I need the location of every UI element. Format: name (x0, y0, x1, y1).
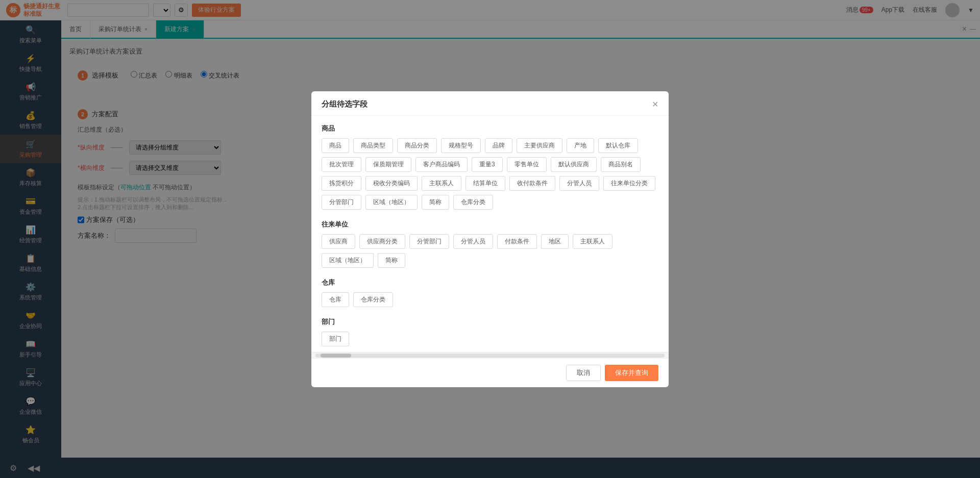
field-tag-product-7[interactable]: 默认仓库 (598, 138, 638, 153)
field-tag-product-10[interactable]: 客户商品编码 (415, 157, 468, 172)
field-tag-product-1[interactable]: 商品类型 (353, 138, 393, 153)
modal-body[interactable]: 商品 商品 商品类型 商品分类 规格型号 品牌 主要供应商 产地 默认仓库 批次… (311, 116, 669, 266)
field-tag-product-19[interactable]: 收付款条件 (509, 176, 555, 191)
field-tag-product-14[interactable]: 商品别名 (601, 157, 641, 172)
field-tag-product-12[interactable]: 零售单位 (507, 157, 547, 172)
modal-title: 分组待选字段 (322, 99, 368, 109)
field-tag-product-16[interactable]: 税收分类编码 (365, 176, 418, 191)
field-tag-product-20[interactable]: 分管人员 (559, 176, 599, 191)
modal-close-button[interactable]: ✕ (652, 99, 658, 109)
field-group-product: 商品 商品 商品类型 商品分类 规格型号 品牌 主要供应商 产地 默认仓库 批次… (322, 124, 658, 210)
field-tag-product-22[interactable]: 分管部门 (322, 195, 361, 210)
field-tag-partner-1[interactable]: 供应商分类 (359, 234, 405, 249)
field-tag-product-6[interactable]: 产地 (567, 138, 594, 153)
field-tags-product: 商品 商品类型 商品分类 规格型号 品牌 主要供应商 产地 默认仓库 批次管理 … (322, 138, 658, 210)
field-tag-partner-6[interactable]: 主联系人 (573, 234, 612, 249)
modal-dialog: 分组待选字段 ✕ 商品 商品 商品类型 商品分类 规格型号 品牌 主要供应商 产… (311, 91, 669, 266)
field-tag-product-18[interactable]: 结算单位 (465, 176, 505, 191)
field-tag-partner-3[interactable]: 分管人员 (453, 234, 493, 249)
field-tag-product-24[interactable]: 简称 (422, 195, 449, 210)
field-tag-product-9[interactable]: 保质期管理 (365, 157, 411, 172)
field-tag-product-25[interactable]: 仓库分类 (453, 195, 493, 210)
field-tag-product-8[interactable]: 批次管理 (322, 157, 361, 172)
field-tag-product-0[interactable]: 商品 (322, 138, 349, 153)
field-group-partner-title: 往来单位 (322, 220, 658, 229)
field-tags-partner: 供应商 供应商分类 分管部门 分管人员 付款条件 地区 主联系人 区域（地区） … (322, 234, 658, 266)
field-tag-product-3[interactable]: 规格型号 (441, 138, 481, 153)
field-tag-product-15[interactable]: 拣货积分 (322, 176, 361, 191)
field-tag-partner-8[interactable]: 简称 (378, 253, 405, 266)
field-tag-product-11[interactable]: 重量3 (472, 157, 503, 172)
field-tag-product-17[interactable]: 主联系人 (422, 176, 461, 191)
field-tag-product-23[interactable]: 区域（地区） (365, 195, 418, 210)
field-tag-partner-0[interactable]: 供应商 (322, 234, 355, 249)
modal-header: 分组待选字段 ✕ (311, 91, 669, 116)
field-tag-product-2[interactable]: 商品分类 (397, 138, 437, 153)
field-tag-partner-4[interactable]: 付款条件 (497, 234, 537, 249)
field-group-product-title: 商品 (322, 124, 658, 133)
field-group-partner: 往来单位 供应商 供应商分类 分管部门 分管人员 付款条件 地区 主联系人 区域… (322, 220, 658, 266)
field-tag-partner-7[interactable]: 区域（地区） (322, 253, 374, 266)
field-tag-partner-5[interactable]: 地区 (541, 234, 569, 249)
field-tag-partner-2[interactable]: 分管部门 (409, 234, 449, 249)
field-tag-product-5[interactable]: 主要供应商 (517, 138, 562, 153)
field-tag-product-21[interactable]: 往来单位分类 (603, 176, 655, 191)
field-tag-product-13[interactable]: 默认供应商 (551, 157, 597, 172)
field-tag-product-4[interactable]: 品牌 (485, 138, 512, 153)
modal-overlay: 分组待选字段 ✕ 商品 商品 商品类型 商品分类 规格型号 品牌 主要供应商 产… (0, 0, 980, 265)
